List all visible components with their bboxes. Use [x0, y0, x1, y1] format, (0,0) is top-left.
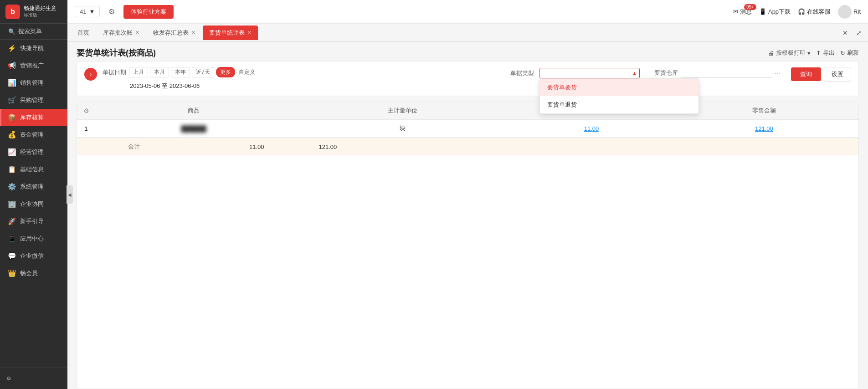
setup-btn[interactable]: 设置 — [824, 67, 851, 82]
sidebar-item-finance[interactable]: 💰 资金管理 — [0, 126, 67, 143]
tab-recv-summary-close[interactable]: ✕ — [191, 30, 195, 36]
dropdown-item-return[interactable]: 要货单退货 — [540, 96, 699, 113]
col-settings-icon[interactable]: ⚙ — [83, 107, 89, 114]
sidebar-item-label: 经营管理 — [20, 148, 44, 156]
sidebar-item-marketing-promo[interactable]: 📢 营销推广 — [0, 57, 67, 74]
page-header: 要货单统计表(按商品) 🖨 按模板打印 ▾ ⬆ 导出 ↻ 刷新 — [67, 42, 868, 61]
print-btn[interactable]: 🖨 按模板打印 ▾ — [768, 49, 811, 57]
topbar-settings-btn[interactable]: ⚙ — [105, 5, 118, 18]
sidebar-item-wechat-biz[interactable]: 💬 企业微信 — [0, 247, 67, 265]
date-custom-btn[interactable]: 自定义 — [239, 68, 255, 76]
guide-icon: 🚀 — [8, 217, 16, 225]
date-label: 单据日期 — [103, 68, 126, 77]
branch-num: 41 — [80, 8, 86, 15]
warehouse-label: 要货仓库 — [654, 69, 678, 77]
tab-recv-summary-label: 收发存汇总表 — [153, 29, 189, 37]
user-avatar-btn[interactable]: Rit — [838, 5, 861, 19]
main-area: 41 ▼ ⚙ 体验行业方案 ✉ 消息 99+ 📱 App下载 🎧 在线客服 — [67, 0, 868, 389]
dropdown-item-requisition[interactable]: 要货单要货 — [540, 79, 699, 96]
footer-label: 合计 — [128, 143, 140, 151]
query-btn[interactable]: 查询 — [791, 67, 821, 81]
branch-selector[interactable]: 41 ▼ — [75, 6, 100, 17]
tab-requisition-stats[interactable]: 要货单统计表 ✕ — [203, 26, 258, 40]
enterprise-icon: 🏢 — [8, 200, 16, 208]
sys-icon: ⚙️ — [8, 183, 16, 191]
sidebar-item-base-info[interactable]: 📋 基础信息 — [0, 161, 67, 178]
brand-name: 畅捷通好生意 — [24, 5, 56, 12]
msg-btn[interactable]: ✉ 消息 99+ — [733, 8, 752, 16]
tabs-close-all-btn[interactable]: ✕ — [840, 27, 851, 38]
msg-icon: ✉ — [733, 8, 738, 15]
tab-requisition-stats-label: 要货单统计表 — [209, 29, 245, 37]
topbar-right: ✉ 消息 99+ 📱 App下载 🎧 在线客服 Rit — [733, 5, 861, 19]
tab-home[interactable]: 首页 — [71, 26, 96, 40]
print-label: 按模板打印 — [776, 49, 806, 57]
branch-selector-caret: ▼ — [89, 8, 95, 15]
sidebar-item-label: 新手引导 — [20, 217, 44, 225]
collapse-icon: ◀ — [68, 192, 72, 197]
date-btn-last-month[interactable]: 上月 — [129, 67, 148, 77]
filter-expand-btn[interactable]: › — [84, 68, 97, 81]
col-unit-header: 主计量单位 — [292, 102, 513, 120]
row-num: 1 — [77, 120, 95, 138]
sidebar-item-label: 畅会员 — [20, 269, 38, 277]
sidebar-item-shortcut[interactable]: ⚡ 快捷导航 — [0, 40, 67, 57]
sidebar-item-purchase-mgmt[interactable]: 🛒 采购管理 — [0, 92, 67, 109]
date-btn-this-month[interactable]: 本月 — [150, 67, 169, 77]
sidebar-item-sys-mgmt[interactable]: ⚙️ 系统管理 — [0, 178, 67, 195]
trial-btn[interactable]: 体验行业方案 — [123, 5, 174, 19]
date-btn-7days[interactable]: 近7天 — [192, 67, 214, 77]
sidebar-item-label: 企业协同 — [20, 200, 44, 208]
sidebar-item-label: 采购管理 — [20, 96, 44, 104]
export-btn[interactable]: ⬆ 导出 — [816, 49, 835, 57]
type-dropdown-menu: 要货单要货 要货单退货 — [539, 78, 699, 114]
sidebar-bottom-settings[interactable]: ⚙ — [0, 372, 67, 385]
sidebar-item-guide[interactable]: 🚀 新手引导 — [0, 213, 67, 230]
type-label: 单据类型 — [510, 69, 534, 77]
service-btn[interactable]: 🎧 在线客服 — [798, 8, 831, 16]
tab-home-label: 首页 — [77, 29, 89, 37]
tab-recv-summary[interactable]: 收发存汇总表 ✕ — [147, 26, 202, 40]
date-btn-more[interactable]: 更多 — [216, 67, 235, 77]
sidebar-item-label: 库存核算 — [20, 113, 44, 122]
filter-actions: 查询 设置 — [791, 67, 851, 82]
tab-inventory-batch-close[interactable]: ✕ — [135, 30, 139, 36]
date-btn-this-year[interactable]: 本年 — [171, 67, 190, 77]
tab-requisition-stats-close[interactable]: ✕ — [247, 30, 252, 36]
tab-inventory-batch[interactable]: 库存批次账 ✕ — [97, 26, 146, 40]
purchase-icon: 🛒 — [8, 96, 16, 104]
app-download-btn[interactable]: 📱 App下载 — [759, 8, 791, 16]
refresh-icon: ↻ — [840, 50, 845, 56]
type-input[interactable] — [539, 68, 640, 78]
sidebar-item-members[interactable]: 👑 畅会员 — [0, 265, 67, 282]
row-qty-link[interactable]: 11.00 — [584, 125, 599, 132]
table-header-row: ⚙ 商品 主计量单位 主数量 零售金额 — [77, 102, 858, 120]
tabs-expand-btn[interactable]: ⤢ — [853, 27, 864, 38]
row-amount-link[interactable]: 121.00 — [755, 125, 773, 132]
sidebar-item-enterprise[interactable]: 🏢 企业协同 — [0, 195, 67, 213]
table-body: 1 ██████ 块 11.00 121.00 — [77, 120, 858, 138]
page-title: 要货单统计表(按商品) — [77, 47, 156, 58]
sidebar-item-sales-mgmt[interactable]: 📊 销售管理 — [0, 74, 67, 92]
sidebar-item-app-center[interactable]: 📱 应用中心 — [0, 230, 67, 247]
topbar-left: 41 ▼ ⚙ 体验行业方案 — [75, 5, 174, 19]
app-logo: b 畅捷通好生意 标准版 — [0, 0, 67, 24]
sidebar-collapse-toggle[interactable]: ◀ — [67, 185, 73, 204]
sidebar-search[interactable]: 🔍 搜索菜单 — [0, 24, 67, 40]
sidebar-item-operations[interactable]: 📈 经营管理 — [0, 143, 67, 161]
warehouse-filter-field: 要货仓库 ··· — [654, 68, 780, 78]
avatar — [838, 5, 852, 19]
type-filter-field: 单据类型 ▲ 要货单要货 要货单退货 — [510, 68, 640, 78]
sidebar-item-label: 基础信息 — [20, 165, 44, 174]
date-range-text: 2023-05-06 至 2023-06-06 — [130, 82, 200, 90]
date-filter-field: 单据日期 上月 本月 本年 近7天 更多 自定义 — [103, 67, 255, 77]
service-label: 在线客服 — [807, 8, 831, 16]
export-icon: ⬆ — [816, 50, 821, 56]
warehouse-input[interactable] — [681, 68, 772, 78]
print-caret: ▾ — [807, 50, 811, 56]
type-caret-icon[interactable]: ▲ — [632, 70, 637, 77]
refresh-btn[interactable]: ↻ 刷新 — [840, 49, 859, 57]
warehouse-more-icon[interactable]: ··· — [775, 69, 780, 77]
sidebar-item-inventory[interactable]: 📦 库存核算 — [0, 109, 67, 126]
bottom-settings-icon: ⚙ — [6, 375, 11, 382]
